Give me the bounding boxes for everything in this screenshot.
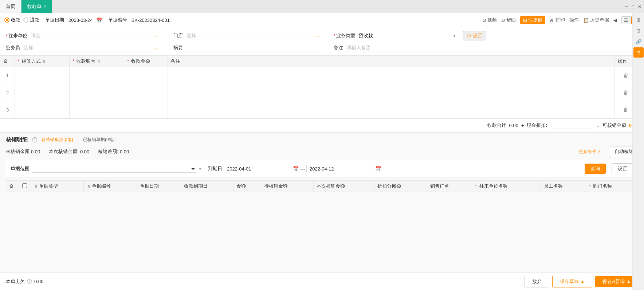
footer-left: 本单上欠 ? 0.00 <box>6 278 43 285</box>
save-draft-button[interactable]: 保存草稿 ▲ <box>552 276 593 287</box>
abandon-button[interactable]: 放弃 <box>525 276 549 287</box>
col-settings-header[interactable]: ⚙ <box>0 56 15 67</box>
more-conditions-button[interactable]: 更多条件 ∧ <box>579 149 601 155</box>
total-label: 收款合计 <box>487 122 506 129</box>
store-input[interactable] <box>184 32 314 39</box>
list-view-button[interactable]: ☰ <box>622 17 631 24</box>
save-new-chevron-icon: ▲ <box>626 279 631 284</box>
bt-counterparty-sort[interactable]: ⇅ <box>475 184 478 188</box>
sidebar-link-icon[interactable]: 🔗 <box>633 36 644 47</box>
bt-col-checkbox[interactable] <box>19 181 31 192</box>
bt-col-employee: 员工名称 <box>541 181 585 192</box>
tab-controls: － □ × <box>621 3 644 10</box>
tab-home[interactable]: 首页 <box>0 0 21 13</box>
col-account-sort-icon[interactable]: ⇅ <box>97 59 100 63</box>
table-row: 3 🗑 ⊕ <box>0 101 644 118</box>
operation-label: 操作 <box>569 17 579 23</box>
delete-row-icon[interactable]: 🗑 <box>623 107 628 113</box>
sidebar-list-icon[interactable]: ⊟ <box>633 26 644 36</box>
bt-doc-type-sort[interactable]: ⇅ <box>35 184 38 188</box>
delete-row-icon[interactable]: 🗑 <box>623 72 628 78</box>
tab-close-icon[interactable]: × <box>44 4 46 9</box>
save-new-button[interactable]: 保存&新增 ▲ <box>595 276 638 287</box>
account-cell[interactable] <box>70 67 124 84</box>
discount-input[interactable] <box>550 122 594 129</box>
counterparty-ellipsis[interactable]: ··· <box>155 33 159 39</box>
counterparty-label: 往来单位 <box>8 32 27 39</box>
window-close-button[interactable]: × <box>638 4 641 9</box>
filter-row: 单据范围 ▼ 到期日 📅 — 📅 查询 设置 <box>6 160 638 177</box>
summary-input[interactable] <box>184 44 319 51</box>
calendar-to-icon[interactable]: 📅 <box>376 166 381 172</box>
done-tab[interactable]: 已核销单据(0笔) <box>83 137 115 143</box>
bt-doc-num-sort[interactable]: ⇅ <box>87 184 90 188</box>
date-from-input[interactable] <box>224 165 291 173</box>
delete-row-icon[interactable]: 🗑 <box>623 90 628 95</box>
footer: 本单上欠 ? 0.00 放弃 保存草稿 ▲ 保存&新增 ▲ <box>0 273 644 290</box>
biz-type-chevron-icon: ▼ <box>452 34 456 38</box>
remark-cell[interactable] <box>168 67 615 84</box>
calendar-from-icon[interactable]: 📅 <box>293 166 299 172</box>
bt-col-settings[interactable]: ⚙ <box>6 181 19 192</box>
diff-stat: 核销差额: 0.00 <box>98 148 129 155</box>
summary-row: 收款合计 0.00 + 现金折扣: = 可核销金额 0.00 <box>0 118 644 132</box>
store-ellipsis[interactable]: ··· <box>315 33 319 39</box>
remark-input[interactable] <box>345 44 638 51</box>
account-cell[interactable] <box>70 84 124 101</box>
bottom-table: ⚙ ⇅ 单据类型 ⇅ 单据编号 <box>6 180 638 192</box>
query-button[interactable]: 查询 <box>585 164 606 174</box>
help-button[interactable]: ⊙ 帮助 <box>501 17 516 23</box>
nav-prev-button[interactable]: ◀ <box>613 17 617 23</box>
sidebar-table-icon[interactable]: ⊞ <box>633 15 644 25</box>
shortcut-button[interactable]: ⊟ 快捷键 <box>520 16 545 24</box>
print-label: 打印 <box>555 17 565 23</box>
pending-tab[interactable]: 待核销单据(0笔) <box>42 137 73 143</box>
col-payment-sort-icon[interactable]: ⇅ <box>43 59 46 63</box>
doc-number-label: 单据编号 <box>108 17 127 23</box>
date-calendar-icon[interactable]: 📅 <box>97 17 102 23</box>
right-sidebar: ⊞ ⊟ 🔗 ⊡ <box>632 13 644 290</box>
biz-type-select[interactable]: 预收款 ▼ <box>357 32 459 40</box>
salesperson-ellipsis[interactable]: ··· <box>155 45 159 51</box>
tab-active[interactable]: 收款单 × <box>21 0 52 13</box>
sidebar-expand-icon[interactable]: ⊡ <box>633 47 644 58</box>
date-to-input[interactable] <box>306 165 374 173</box>
operation-button[interactable]: 操作 <box>569 17 579 23</box>
payment-cell[interactable] <box>15 101 70 118</box>
window-max-button[interactable]: □ <box>632 4 635 9</box>
receipt-radio[interactable]: 收款 <box>4 17 20 23</box>
history-button[interactable]: 📋 历史单据 <box>583 17 609 23</box>
payment-cell[interactable] <box>15 84 70 101</box>
remark-cell[interactable] <box>168 84 615 101</box>
remark-cell[interactable] <box>168 101 615 118</box>
window-min-button[interactable]: － <box>624 3 629 10</box>
salesperson-input[interactable] <box>21 44 153 51</box>
bt-col-counterparty: ⇅ 往来单位名称 <box>471 181 541 192</box>
range-chevron-icon: ▼ <box>198 166 202 171</box>
footer-info-icon: ? <box>27 279 32 284</box>
video-button[interactable]: ⊙ 视频 <box>482 17 497 23</box>
counterparty-input[interactable] <box>29 32 153 39</box>
remark-label: 备注 <box>334 44 343 51</box>
filter-settings-button[interactable]: 设置 <box>612 163 633 174</box>
col-payment-header: * 结算方式 ⇅ <box>15 56 70 67</box>
bt-settings-icon: ⚙ <box>9 183 14 189</box>
store-field: 门店 ··· <box>173 32 319 39</box>
tab-active-label: 收款单 <box>27 3 42 10</box>
refund-radio[interactable]: 退款 <box>23 17 39 23</box>
amount-cell[interactable] <box>124 101 168 118</box>
bt-checkbox-all[interactable] <box>22 183 27 188</box>
store-label: 门店 <box>173 32 183 39</box>
total-value: 0.00 <box>509 123 518 128</box>
settings-button[interactable]: ⚙ 设置 <box>463 31 486 40</box>
biz-type-value: 预收款 <box>359 32 373 39</box>
bt-col-current: 本次核销金额 <box>314 181 374 192</box>
bt-dept-sort[interactable]: ⇅ <box>589 184 592 188</box>
amount-cell[interactable] <box>124 84 168 101</box>
account-cell[interactable] <box>70 101 124 118</box>
refund-radio-label: 退款 <box>30 17 39 23</box>
payment-cell[interactable] <box>15 67 70 84</box>
print-button[interactable]: 🖨 打印 <box>550 17 565 23</box>
amount-cell[interactable] <box>124 67 168 84</box>
range-select[interactable] <box>32 165 196 173</box>
